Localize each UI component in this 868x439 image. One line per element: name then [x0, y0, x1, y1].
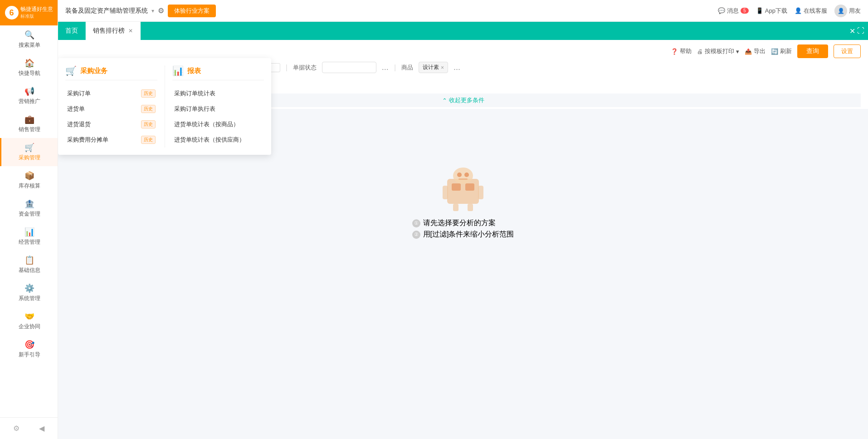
svg-point-8: [457, 173, 462, 177]
incoming-stats-supplier-label: 进货单统计表（按供应商）: [174, 136, 263, 144]
service-icon: 👤: [795, 7, 802, 14]
marketing-icon: 📢: [24, 86, 34, 96]
message-action[interactable]: 💬 消息 5: [718, 7, 749, 15]
purchase-report-title: 📊 报表: [172, 65, 264, 80]
tab-home[interactable]: 首页: [58, 22, 86, 40]
sidebar-item-label-search: 搜索菜单: [19, 41, 40, 49]
svg-rect-6: [468, 204, 473, 211]
sidebar-collapse-btn[interactable]: ◀: [39, 424, 44, 433]
collapse-label: 收起更多条件: [449, 96, 484, 104]
avatar: 👤: [834, 5, 847, 17]
empty-illustration: [436, 158, 490, 213]
purchase-business-section: 🛒 采购业务 采购订单 历史 进货单 历史 进货退货 历史: [65, 65, 157, 148]
order-stats-label: 采购订单统计表: [174, 89, 263, 98]
svg-rect-5: [453, 204, 458, 211]
sidebar-item-inventory[interactable]: 📦 库存核算: [0, 166, 58, 194]
refresh-btn[interactable]: 🔄 刷新: [771, 47, 792, 55]
search-icon: 🔍: [24, 30, 34, 40]
svg-rect-1: [452, 183, 461, 191]
system-gear-btn[interactable]: ⚙: [158, 6, 164, 15]
sidebar-item-operations[interactable]: 📊 经营管理: [0, 222, 58, 251]
sidebar-item-system[interactable]: ⚙️ 系统管理: [0, 279, 58, 307]
menu-item-incoming-stats-goods[interactable]: 进货单统计表（按商品）: [172, 117, 264, 132]
sidebar-item-search[interactable]: 🔍 搜索菜单: [0, 25, 58, 54]
app-download-label: App下载: [765, 7, 787, 15]
query-button[interactable]: 查询: [797, 44, 828, 58]
purchase-report-label: 报表: [187, 67, 201, 75]
tab-window-expand-btn[interactable]: ⛶: [857, 27, 864, 35]
purchase-business-title: 🛒 采购业务: [65, 65, 157, 80]
finance-icon: 🏦: [24, 199, 34, 209]
sidebar-item-guide[interactable]: 🎯 新手引导: [0, 335, 58, 363]
svg-rect-10: [458, 178, 468, 180]
menu-item-order-stats[interactable]: 采购订单统计表: [172, 86, 264, 101]
export-icon: 📤: [745, 48, 752, 55]
goods-tag: 设计素 ×: [419, 62, 448, 73]
sidebar-item-cooperation[interactable]: 🤝 企业协同: [0, 307, 58, 335]
sidebar-item-label-basic-info: 基础信息: [19, 266, 40, 274]
empty-tip-2-label: 用[过滤]条件来缩小分析范围: [423, 230, 514, 239]
help-btn[interactable]: ❓ 帮助: [671, 47, 692, 55]
menu-item-incoming-stats-supplier[interactable]: 进货单统计表（按供应商）: [172, 132, 264, 148]
tab-close-btn[interactable]: ✕: [128, 28, 133, 34]
return-label: 进货退货: [67, 120, 137, 128]
return-badge: 历史: [141, 120, 156, 128]
order-exec-label: 采购订单执行表: [174, 105, 263, 113]
purchase-icon: 🛒: [24, 143, 34, 153]
menu-item-incoming[interactable]: 进货单 历史: [65, 101, 157, 117]
sidebar-item-marketing[interactable]: 📢 营销推广: [0, 82, 58, 110]
home-icon: 🏠: [24, 58, 34, 68]
purchase-business-icon: 🛒: [65, 65, 77, 76]
system-icon: ⚙️: [24, 283, 34, 293]
tab-bar: 首页 销售排行榜 ✕ ✕ ⛶: [58, 22, 868, 40]
sidebar-item-quick-nav[interactable]: 🏠 快捷导航: [0, 54, 58, 82]
online-service-action[interactable]: 👤 在线客服: [795, 7, 827, 15]
sidebar-item-sales[interactable]: 💼 销售管理: [0, 110, 58, 138]
sidebar-item-finance[interactable]: 🏦 资金管理: [0, 194, 58, 222]
print-btn[interactable]: 🖨 按模板打印 ▾: [697, 47, 739, 55]
menu-item-expense[interactable]: 采购费用分摊单 历史: [65, 132, 157, 148]
order-status-more[interactable]: ...: [382, 63, 389, 72]
sidebar-item-label-system: 系统管理: [19, 295, 40, 302]
print-label: 按模板打印: [705, 47, 734, 55]
goods-tag-remove-btn[interactable]: ×: [441, 64, 444, 71]
step-num-1: ①: [412, 219, 420, 227]
user-action[interactable]: 👤 用友: [834, 5, 861, 17]
sidebar-settings-btn[interactable]: ⚙: [13, 424, 20, 433]
export-btn[interactable]: 📤 导出: [745, 47, 766, 55]
tab-home-label: 首页: [65, 27, 78, 35]
sidebar-bottom: ⚙ ◀: [0, 417, 58, 439]
tab-window-close-btn[interactable]: ✕: [849, 27, 855, 35]
app-version: 标准版: [20, 13, 53, 20]
username: 用友: [849, 7, 861, 15]
system-title: 装备及固定资产辅助管理系统: [65, 7, 148, 15]
menu-item-purchase-order[interactable]: 采购订单 历史: [65, 86, 157, 101]
sidebar-item-purchase[interactable]: 🛒 采购管理: [0, 138, 58, 166]
refresh-label: 刷新: [780, 47, 792, 55]
system-dropdown-arrow[interactable]: ▾: [151, 8, 154, 14]
print-dropdown-arrow[interactable]: ▾: [736, 48, 739, 55]
purchase-order-badge: 历史: [141, 89, 156, 98]
filter-divider-1: |: [286, 64, 288, 72]
refresh-icon: 🔄: [771, 48, 778, 55]
operations-icon: 📊: [24, 227, 34, 237]
sidebar-item-basic-info[interactable]: 📋 基础信息: [0, 251, 58, 279]
settings-button[interactable]: 设置: [834, 44, 861, 58]
tab-sales-rank[interactable]: 销售排行榜 ✕: [86, 22, 141, 40]
sidebar-item-label-marketing: 营销推广: [19, 98, 40, 105]
industry-btn[interactable]: 体验行业方案: [168, 5, 216, 17]
logo-icon: 6: [5, 6, 19, 20]
empty-tip-1-label: 请先选择要分析的方案: [423, 218, 496, 228]
top-header: 装备及固定资产辅助管理系统 ▾ ⚙ 体验行业方案 💬 消息 5 📱 App下载 …: [58, 0, 868, 22]
menu-item-return[interactable]: 进货退货 历史: [65, 117, 157, 132]
order-status-select[interactable]: [322, 62, 376, 73]
header-left: 装备及固定资产辅助管理系统 ▾ ⚙ 体验行业方案: [65, 5, 216, 17]
tab-sales-rank-label: 销售排行榜: [93, 27, 125, 35]
menu-item-order-exec[interactable]: 采购订单执行表: [172, 101, 264, 117]
app-download-action[interactable]: 📱 App下载: [756, 7, 787, 15]
sales-icon: 💼: [24, 114, 34, 124]
empty-svg: [436, 158, 490, 213]
goods-more-btn[interactable]: ...: [454, 63, 460, 72]
order-status-label: 单据状态: [293, 64, 317, 72]
cooperation-icon: 🤝: [24, 311, 34, 321]
